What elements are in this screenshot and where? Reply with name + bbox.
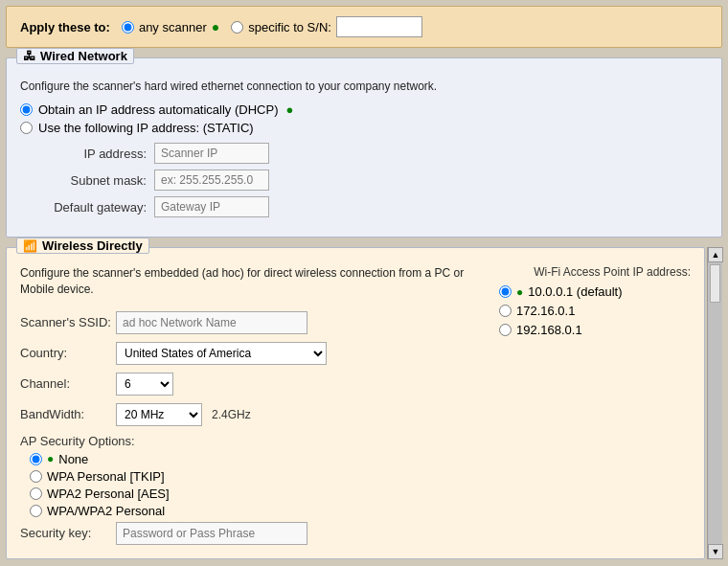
any-scanner-option: any scanner ●: [122, 19, 219, 34]
bandwidth-label: BandWidth:: [20, 407, 116, 421]
security-wpa-wpa2-row: WPA/WPA2 Personal: [30, 504, 489, 518]
security-key-input[interactable]: [116, 522, 307, 545]
bandwidth-suffix: 2.4GHz: [212, 408, 251, 421]
apply-label: Apply these to:: [20, 20, 110, 34]
dhcp-row: Obtain an IP address automatically (DHCP…: [20, 102, 708, 117]
static-row: Use the following IP address: (STATIC): [20, 121, 708, 135]
wireless-directly-panel: 📶 Wireless Directly Configure the scanne…: [6, 247, 705, 559]
ap-security-section: AP Security Options: ● None WPA Personal…: [20, 434, 489, 518]
wifi-layout: Configure the scanner's embedded (ad hoc…: [20, 265, 691, 545]
wired-network-title: 🖧 Wired Network: [16, 48, 134, 64]
security-wpa-tkip-label: WPA Personal [TKIP]: [47, 469, 165, 484]
ssid-label: Scanner's SSID:: [20, 315, 116, 329]
specific-sn-option: specific to S/N:: [231, 16, 422, 37]
security-none-row: ● None: [30, 452, 489, 466]
dhcp-label: Obtain an IP address automatically (DHCP…: [38, 102, 278, 117]
subnet-row: Subnet mask:: [39, 170, 708, 191]
wifi-ap-1000-icon: ●: [516, 285, 523, 299]
wifi-ap-1000-row: ● 10.0.0.1 (default): [499, 284, 691, 299]
dhcp-radio[interactable]: [20, 103, 33, 116]
security-key-row: Security key:: [20, 522, 489, 545]
gateway-label: Default gateway:: [39, 200, 154, 215]
wifi-ap-172-row: 172.16.0.1: [499, 304, 691, 318]
security-key-label: Security key:: [20, 526, 116, 540]
green-dot-icon: ●: [212, 19, 219, 34]
ssid-input[interactable]: [116, 311, 307, 334]
wireless-icon: 📶: [23, 239, 37, 253]
wifi-left-column: Configure the scanner's embedded (ad hoc…: [20, 265, 489, 545]
security-wpa2-aes-label: WPA2 Personal [AES]: [47, 487, 170, 501]
ip-fields: IP address: Subnet mask: Default gateway…: [39, 143, 708, 217]
wired-network-panel: 🖧 Wired Network Configure the scanner's …: [6, 57, 722, 238]
security-none-icon: ●: [47, 452, 54, 465]
security-wpa-tkip-radio[interactable]: [30, 470, 42, 483]
ip-address-row: IP address:: [39, 143, 708, 164]
subnet-label: Subnet mask:: [39, 173, 154, 188]
wifi-ap-192-label: 192.168.0.1: [516, 323, 582, 337]
country-row: Country: United States of America Canada…: [20, 342, 489, 365]
bandwidth-row: BandWidth: 20 MHz 40 MHz 2.4GHz: [20, 403, 489, 426]
security-wpa-wpa2-radio[interactable]: [30, 505, 42, 517]
ap-security-label: AP Security Options:: [20, 434, 489, 448]
wifi-ap-options: ● 10.0.0.1 (default) 172.16.0.1 192.168.…: [499, 284, 691, 337]
network-icon: 🖧: [23, 49, 35, 63]
dhcp-selected-icon: ●: [285, 102, 293, 117]
security-wpa-wpa2-label: WPA/WPA2 Personal: [47, 504, 165, 518]
ip-address-input[interactable]: [154, 143, 269, 164]
wifi-ap-172-label: 172.16.0.1: [516, 304, 575, 318]
security-wpa-tkip-row: WPA Personal [TKIP]: [30, 469, 489, 484]
security-wpa2-aes-radio[interactable]: [30, 487, 42, 500]
security-none-radio[interactable]: [30, 453, 42, 465]
any-scanner-label: any scanner: [139, 20, 207, 34]
static-label: Use the following IP address: (STATIC): [38, 121, 254, 135]
security-options: ● None WPA Personal [TKIP] WPA2 Personal: [30, 452, 489, 518]
wired-network-content: Configure the scanner's hard wired ether…: [7, 58, 721, 237]
scroll-up-button[interactable]: ▲: [708, 247, 723, 262]
country-select[interactable]: United States of America Canada United K…: [116, 342, 327, 365]
channel-select[interactable]: 1 2 3 4 5 6 7 8 9 10 11: [116, 373, 173, 396]
gateway-row: Default gateway:: [39, 196, 708, 217]
channel-label: Channel:: [20, 376, 116, 391]
wired-description: Configure the scanner's hard wired ether…: [20, 79, 708, 93]
ip-address-label: IP address:: [39, 147, 154, 161]
wireless-directly-title: 📶 Wireless Directly: [16, 238, 149, 254]
serial-number-input[interactable]: [336, 16, 422, 37]
scrollbar-area: [708, 262, 722, 544]
apply-bar: Apply these to: any scanner ● specific t…: [6, 6, 722, 48]
page-wrapper: Apply these to: any scanner ● specific t…: [0, 0, 728, 566]
scrollbar-thumb[interactable]: [710, 264, 720, 303]
wifi-ap-1000-label: 10.0.0.1 (default): [528, 284, 622, 299]
wireless-scroll-container: 📶 Wireless Directly Configure the scanne…: [6, 247, 722, 559]
any-scanner-radio[interactable]: [122, 21, 134, 34]
scroll-down-button[interactable]: ▼: [708, 544, 723, 559]
wifi-ap-172-radio[interactable]: [499, 305, 512, 317]
wifi-ap-192-row: 192.168.0.1: [499, 323, 691, 337]
ssid-row: Scanner's SSID:: [20, 311, 489, 334]
gateway-input[interactable]: [154, 196, 269, 217]
channel-row: Channel: 1 2 3 4 5 6 7 8 9: [20, 373, 489, 396]
static-radio[interactable]: [20, 122, 33, 134]
wifi-ap-title: Wi-Fi Access Point IP address:: [499, 265, 691, 279]
wifi-ap-192-radio[interactable]: [499, 324, 512, 336]
country-label: Country:: [20, 346, 116, 360]
wireless-directly-content: Configure the scanner's embedded (ad hoc…: [7, 248, 704, 558]
subnet-input[interactable]: [154, 170, 269, 191]
specific-sn-label: specific to S/N:: [248, 20, 331, 34]
wifi-right-column: Wi-Fi Access Point IP address: ● 10.0.0.…: [499, 265, 691, 545]
bandwidth-select[interactable]: 20 MHz 40 MHz: [116, 403, 202, 426]
wifi-ap-1000-radio[interactable]: [499, 285, 512, 298]
scrollbar-track: ▲ ▼: [707, 247, 722, 559]
specific-sn-radio[interactable]: [231, 21, 243, 34]
security-wpa2-aes-row: WPA2 Personal [AES]: [30, 487, 489, 501]
wireless-description: Configure the scanner's embedded (ad hoc…: [20, 265, 489, 298]
security-none-label: None: [58, 452, 88, 466]
bandwidth-controls: 20 MHz 40 MHz 2.4GHz: [116, 403, 251, 426]
